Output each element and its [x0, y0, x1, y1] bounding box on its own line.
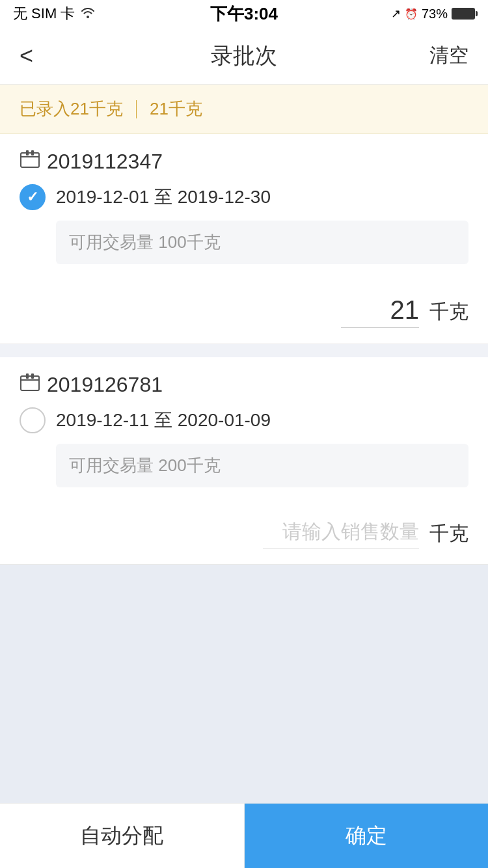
alarm-icon: ⏰	[405, 8, 418, 20]
battery-icon	[452, 8, 475, 20]
batch-1-quantity-row: 可用交易量 100千克	[56, 221, 468, 264]
batch-2-date-row[interactable]: 2019-12-11 至 2020-01-09	[20, 407, 468, 433]
location-icon: ↗	[391, 7, 401, 21]
card-divider	[0, 344, 488, 357]
batch-card-1: 2019112347 2019-12-01 至 2019-12-30 可用交易量…	[0, 134, 488, 280]
batch-2-placeholder: 请输入销售数量	[282, 521, 419, 542]
batch-2-header: 2019126781	[20, 373, 468, 397]
battery-percent: 73%	[422, 7, 448, 21]
main-content: 2019112347 2019-12-01 至 2019-12-30 可用交易量…	[0, 134, 488, 868]
batch-1-input-underline[interactable]: 21	[341, 295, 419, 328]
batch-2-unit: 千克	[429, 521, 468, 547]
batch-1-unit: 千克	[429, 299, 468, 325]
bottom-bar: 自动分配 确定	[0, 803, 488, 868]
recorded-label: 已录入21千克	[20, 98, 123, 120]
nav-bar: < 录批次 清空	[0, 27, 488, 85]
batch-card-2: 2019126781 2019-12-11 至 2020-01-09 可用交易量…	[0, 357, 488, 503]
svg-rect-0	[21, 153, 39, 167]
batch-2-radio[interactable]	[20, 407, 46, 433]
clear-button[interactable]: 清空	[429, 42, 468, 69]
info-banner: 已录入21千克 21千克	[0, 85, 488, 134]
batch-2-input-row[interactable]: 请输入销售数量 千克	[0, 503, 488, 565]
batch-2-quantity-label: 可用交易量 200千克	[69, 455, 221, 475]
batch-1-input-value: 21	[390, 295, 420, 324]
batch-1-number: 2019112347	[47, 150, 163, 174]
back-button[interactable]: <	[20, 42, 33, 70]
empty-area	[0, 565, 488, 825]
batch-2-number: 2019126781	[47, 373, 163, 397]
svg-rect-1	[26, 150, 29, 156]
batch-2-quantity-row: 可用交易量 200千克	[56, 444, 468, 487]
svg-rect-4	[26, 373, 29, 379]
svg-rect-5	[31, 373, 34, 379]
status-right: ↗ ⏰ 73%	[391, 7, 475, 21]
banner-divider	[136, 100, 137, 118]
recorded-value: 21千克	[150, 98, 202, 120]
status-left: 无 SIM 卡	[13, 4, 96, 23]
svg-rect-3	[21, 376, 39, 390]
batch-1-date: 2019-12-01 至 2019-12-30	[56, 185, 271, 210]
page-title: 录批次	[211, 41, 277, 71]
batch-1-icon	[20, 150, 40, 173]
batch-1-quantity-label: 可用交易量 100千克	[69, 232, 221, 252]
status-bar: 无 SIM 卡 下午3:04 ↗ ⏰ 73%	[0, 0, 488, 27]
batch-1-date-row[interactable]: 2019-12-01 至 2019-12-30	[20, 184, 468, 210]
batch-2-icon	[20, 373, 40, 396]
batch-2-date: 2019-12-11 至 2020-01-09	[56, 408, 271, 433]
batch-1-radio[interactable]	[20, 184, 46, 210]
wifi-icon	[80, 5, 96, 22]
confirm-button[interactable]: 确定	[245, 804, 489, 868]
batch-1-input-row[interactable]: 21 千克	[0, 280, 488, 344]
batch-2-input-underline[interactable]: 请输入销售数量	[263, 519, 419, 549]
auto-distribute-button[interactable]: 自动分配	[0, 804, 245, 868]
status-time: 下午3:04	[210, 3, 278, 25]
svg-rect-2	[31, 150, 34, 156]
batch-1-header: 2019112347	[20, 150, 468, 174]
carrier-text: 无 SIM 卡	[13, 4, 75, 23]
